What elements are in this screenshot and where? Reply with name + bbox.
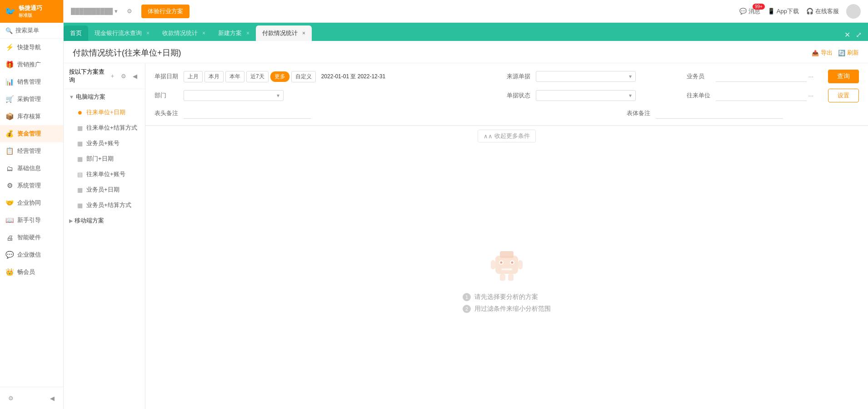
scheme-item-partner-date[interactable]: ● 往来单位+日期 xyxy=(64,105,145,120)
this-month-btn[interactable]: 本月 xyxy=(205,71,224,82)
date-buttons: 上月 本月 本年 近7天 更多 自定义 xyxy=(184,71,316,82)
search-icon: 🔍 xyxy=(5,27,13,34)
sidebar-item-marketing[interactable]: 🎁 营销推广 xyxy=(0,56,63,73)
online-service-button[interactable]: 🎧 在线客服 xyxy=(806,7,839,15)
receipt-status-dropdown-icon: ▾ xyxy=(629,92,632,99)
sidebar-item-inventory[interactable]: 📦 库存核算 xyxy=(0,108,63,125)
scheme-settings-button[interactable]: ⚙ xyxy=(120,71,128,81)
filter-dept-col: 部门 ▾ xyxy=(155,90,499,101)
salesman-ellipsis[interactable]: ··· xyxy=(808,73,814,80)
export-button[interactable]: 📤 导出 xyxy=(812,49,833,57)
sidebar-search[interactable]: 🔍 搜索菜单 xyxy=(0,23,63,39)
collapse-conditions-button[interactable]: ∧∧ 收起更多条件 xyxy=(478,130,536,142)
sidebar-item-enterprise[interactable]: 🤝 企业协同 xyxy=(0,194,63,212)
company-selector[interactable]: ██████████ ▾ xyxy=(71,8,118,15)
empty-tip-2: 2 用过滤条件来缩小分析范围 xyxy=(463,305,551,313)
dept-select[interactable]: ▾ xyxy=(184,90,284,101)
this-year-btn[interactable]: 本年 xyxy=(225,71,244,82)
scheme-add-button[interactable]: ＋ xyxy=(108,71,116,81)
filter-form: 单据日期 上月 本月 本年 近7天 更多 自定义 2022-01-01 至 20… xyxy=(145,63,868,126)
scheme-item-label: 往来单位+账号 xyxy=(86,170,125,178)
collapse-btn-area: ∧∧ 收起更多条件 xyxy=(145,126,868,146)
sidebar-collapse-button[interactable]: ◀ xyxy=(46,392,59,404)
svg-rect-1 xyxy=(500,251,514,258)
sidebar-item-hardware[interactable]: 🖨 智能硬件 xyxy=(0,229,63,246)
tab-cash-flow-close[interactable]: × xyxy=(146,30,150,36)
sidebar-item-finance[interactable]: 💰 资金管理 xyxy=(0,125,63,142)
scheme-collapse-button[interactable]: ◀ xyxy=(131,71,140,81)
sidebar-item-label: 企业协同 xyxy=(17,199,41,207)
tab-payment-stats[interactable]: 付款情况统计 × xyxy=(256,25,312,41)
last-month-btn[interactable]: 上月 xyxy=(184,71,203,82)
sidebar-item-basic[interactable]: 🗂 基础信息 xyxy=(0,160,63,177)
sidebar-item-label: 系统管理 xyxy=(17,182,41,190)
salesman-input-area: ··· xyxy=(716,71,825,82)
scheme-item-partner-account[interactable]: ▤ 往来单位+账号 xyxy=(64,167,145,182)
purchase-icon: 🛒 xyxy=(5,95,14,103)
tip-num-1: 1 xyxy=(463,293,471,301)
scheme-item-dept-date[interactable]: ▦ 部门+日期 xyxy=(64,151,145,167)
scheme-item-salesman-account[interactable]: ▦ 业务员+账号 xyxy=(64,136,145,151)
tab-home[interactable]: 首页 xyxy=(64,25,88,41)
sidebar-item-purchase[interactable]: 🛒 采购管理 xyxy=(0,91,63,108)
source-select[interactable]: ▾ xyxy=(536,71,636,82)
tab-new-scheme[interactable]: 新建方案 × xyxy=(212,25,256,41)
sidebar-item-member[interactable]: 👑 畅会员 xyxy=(0,263,63,281)
header-remark-input[interactable] xyxy=(184,108,311,119)
message-button[interactable]: 💬 消息 99+ xyxy=(739,7,760,15)
topbar-settings-button[interactable]: ⚙ xyxy=(123,5,136,18)
svg-point-4 xyxy=(500,262,503,264)
user-avatar[interactable] xyxy=(846,4,861,19)
tab-receipt-stats[interactable]: 收款情况统计 × xyxy=(156,25,212,41)
more-btn[interactable]: 更多 xyxy=(270,71,289,82)
scheme-group-mobile-title[interactable]: ▶ 移动端方案 xyxy=(64,213,145,228)
sidebar-item-sales[interactable]: 📊 销售管理 xyxy=(0,73,63,91)
trial-industry-button[interactable]: 体验行业方案 xyxy=(141,5,190,18)
sidebar-item-operation[interactable]: 📋 经营管理 xyxy=(0,142,63,160)
app-icon: 📱 xyxy=(768,8,775,15)
tab-expand-button[interactable]: ⤢ xyxy=(854,29,863,41)
topbar-right: 💬 消息 99+ 📱 App下载 🎧 在线客服 xyxy=(739,4,861,19)
scheme-group-desktop-title[interactable]: ▼ 电脑端方案 xyxy=(64,89,145,105)
svg-rect-0 xyxy=(495,256,518,274)
sidebar-item-newbie[interactable]: 📖 新手引导 xyxy=(0,212,63,229)
scheme-active-icon: ● xyxy=(76,109,84,116)
sidebar-settings-button[interactable]: ⚙ xyxy=(5,392,17,404)
salesman-input[interactable] xyxy=(716,71,807,82)
logo-title: 畅捷通巧 xyxy=(19,4,42,12)
tab-new-scheme-close[interactable]: × xyxy=(246,30,249,36)
tab-payment-stats-close[interactable]: × xyxy=(302,30,305,36)
query-button[interactable]: 查询 xyxy=(828,70,859,83)
last-7-days-btn[interactable]: 近7天 xyxy=(246,71,269,82)
app-download-button[interactable]: 📱 App下载 xyxy=(768,7,799,15)
main-area: ██████████ ▾ ⚙ 体验行业方案 💬 消息 99+ 📱 App下载 🎧… xyxy=(64,0,868,409)
sidebar-item-system[interactable]: ⚙ 系统管理 xyxy=(0,177,63,194)
svg-point-5 xyxy=(511,262,514,264)
dropdown-icon: ▾ xyxy=(115,8,118,15)
tab-close-all-button[interactable]: ✕ xyxy=(843,29,852,41)
tab-receipt-stats-close[interactable]: × xyxy=(202,30,205,36)
receipt-status-select[interactable]: ▾ xyxy=(536,90,636,101)
scheme-group-desktop-label: 电脑端方案 xyxy=(76,93,105,101)
partner-input[interactable] xyxy=(716,90,807,101)
operation-icon: 📋 xyxy=(5,147,14,155)
sidebar-item-quick-nav[interactable]: ⚡ 快捷导航 xyxy=(0,39,63,56)
filter-date-col: 单据日期 上月 本月 本年 近7天 更多 自定义 2022-01-01 至 20… xyxy=(155,71,499,82)
tab-cash-flow[interactable]: 现金银行流水查询 × xyxy=(88,25,156,41)
refresh-button[interactable]: 🔄 刷新 xyxy=(838,49,859,57)
scheme-item-label: 业务员+日期 xyxy=(86,186,120,194)
settings-button[interactable]: 设置 xyxy=(828,89,859,102)
content-area: 按以下方案查询 ＋ ⚙ ◀ ▼ 电脑端方案 ● 往来单 xyxy=(64,63,868,409)
custom-btn[interactable]: 自定义 xyxy=(291,71,316,82)
filter-body-remark-col: 表体备注 xyxy=(627,108,859,119)
marketing-icon: 🎁 xyxy=(5,61,14,69)
sidebar-item-label: 畅会员 xyxy=(17,268,35,276)
scheme-item-label: 部门+日期 xyxy=(86,155,114,163)
sidebar-item-wechat[interactable]: 💬 企业微信 xyxy=(0,246,63,263)
scheme-item-partner-settle[interactable]: ▦ 往来单位+结算方式 xyxy=(64,120,145,136)
scheme-item-salesman-date[interactable]: ▦ 业务员+日期 xyxy=(64,182,145,197)
svg-rect-9 xyxy=(500,274,505,281)
body-remark-input[interactable] xyxy=(656,108,783,119)
partner-ellipsis[interactable]: ··· xyxy=(808,92,814,99)
scheme-item-salesman-settle[interactable]: ▦ 业务员+结算方式 xyxy=(64,197,145,213)
